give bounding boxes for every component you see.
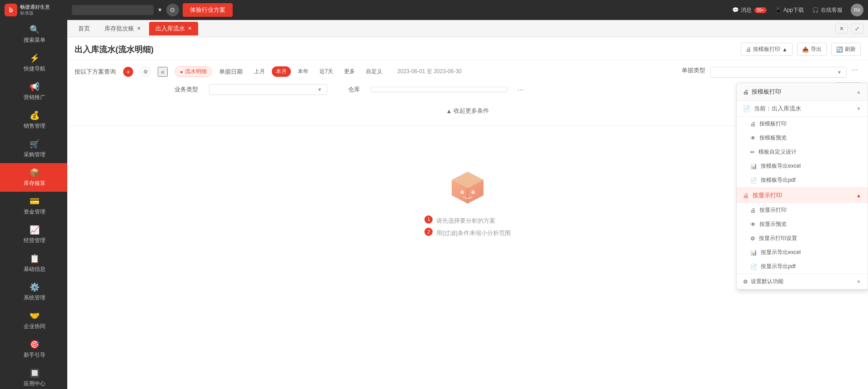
tab-home[interactable]: 首页	[72, 22, 96, 35]
quick-nav-icon: ⚡	[30, 53, 40, 63]
display-section-header[interactable]: 🖨 按显示打印 ▲	[737, 188, 868, 203]
biz-type-select[interactable]: ▼	[209, 84, 327, 95]
customer-service-btn[interactable]: 🎧 在线客服	[812, 6, 843, 14]
dropdown-item-display-preview[interactable]: 👁 按显示预览	[737, 217, 868, 231]
chevron-up-icon: ▲	[782, 46, 788, 53]
export-icon: 📤	[802, 46, 809, 53]
app-badge: 标准版	[20, 10, 50, 16]
dropdown-item-template-print[interactable]: 🖨 按模板打印	[737, 117, 868, 131]
system-icon: ⚙️	[30, 282, 40, 292]
dropdown-item-template-custom[interactable]: ✏ 模板自定义设计	[737, 145, 868, 159]
logo-area: b 畅捷通好生意 标准版	[5, 4, 68, 16]
print-dropdown-panel: 🖨 按模板打印 ▲ 📄 当前：出入库流水 ▼ 🖨 按模板	[736, 83, 868, 289]
page-title: 出入库流水(流水明细)	[75, 44, 154, 55]
page-content: 出入库流水(流水明细) 🖨 按模板打印 ▲ 📤 导出 🔄 刷新	[67, 37, 868, 389]
message-btn[interactable]: 💬 消息 99+	[732, 6, 767, 14]
app-download-btn[interactable]: 📱 App下载	[775, 6, 804, 14]
doc-type-dropdown-icon: ▼	[837, 70, 842, 75]
dropdown-item-display-pdf[interactable]: 📄 按显示导出pdf	[737, 259, 868, 274]
warehouse-select[interactable]	[371, 87, 507, 92]
refresh-btn[interactable]: 🔄 刷新	[831, 43, 861, 56]
empty-hints: 1 请先选择要分析的方案 2 用[过滤]条件来缩小分析范围	[424, 215, 510, 240]
date-group: 上月 本月 本年 近7天 更多 自定义	[250, 66, 387, 77]
biz-type-label: 业务类型	[175, 85, 198, 94]
doc-type-select[interactable]: ▼	[710, 67, 847, 78]
header-settings-icon[interactable]: ⚙	[166, 4, 179, 16]
custom-design-icon: ✏	[750, 149, 755, 155]
biz-type-dropdown-icon: ▼	[317, 87, 322, 92]
dropdown-item-display-print[interactable]: 🖨 按显示打印	[737, 203, 868, 217]
warehouse-more-btn[interactable]: ···	[514, 85, 527, 94]
trial-btn[interactable]: 体验行业方案	[183, 3, 233, 17]
sidebar-item-enterprise[interactable]: 🤝 企业协同	[0, 306, 67, 335]
dropdown-item-display-print-settings[interactable]: ⚙ 按显示打印设置	[737, 231, 868, 245]
dropdown-chevron-up[interactable]: ▲	[856, 89, 861, 95]
sidebar-item-inventory[interactable]: 📦 库存核算	[0, 163, 67, 192]
dropdown-item-display-excel[interactable]: 📊 按显示导出excel	[737, 245, 868, 259]
tab-bar-right: ✕ ⤢	[835, 24, 863, 34]
sidebar-item-operations[interactable]: 📈 经营管理	[0, 220, 67, 249]
sidebar-item-system[interactable]: ⚙️ 系统管理	[0, 278, 67, 306]
sidebar-item-purchase[interactable]: 🛒 采购管理	[0, 135, 67, 163]
header-search-input[interactable]	[72, 5, 154, 15]
page-header: 出入库流水(流水明细) 🖨 按模板打印 ▲ 📤 导出 🔄 刷新	[67, 37, 868, 60]
date-tab-7days[interactable]: 近7天	[315, 66, 338, 77]
app-logo: b	[5, 4, 17, 16]
sidebar-item-finance[interactable]: 💳 资金管理	[0, 192, 67, 220]
date-tab-this-month[interactable]: 本月	[272, 66, 291, 77]
date-tab-custom[interactable]: 自定义	[362, 66, 386, 77]
inventory-icon: 📦	[30, 168, 40, 178]
filter-add-btn[interactable]: +	[123, 67, 133, 77]
tab-bar: 首页 库存批次账 ✕ 出入库流水 ✕ ✕ ⤢	[67, 20, 868, 37]
header-search-dropdown[interactable]: ▼	[157, 7, 163, 13]
refresh-icon: 🔄	[836, 46, 843, 53]
template-icon: 📄	[743, 105, 750, 112]
preview-icon: 👁	[750, 135, 756, 141]
sidebar-item-guide[interactable]: 🎯 新手引导	[0, 335, 67, 364]
user-avatar[interactable]: Rit	[851, 4, 863, 16]
sales-icon: 💰	[30, 110, 40, 120]
tab-close-batch[interactable]: ✕	[137, 25, 141, 31]
dropdown-item-template-preview[interactable]: 👁 按模板预览	[737, 131, 868, 145]
tab-maximize-btn[interactable]: ⤢	[851, 24, 863, 34]
sidebar-item-sales[interactable]: 💰 销售管理	[0, 106, 67, 135]
filter-settings-btn[interactable]: ⚙	[140, 67, 150, 77]
phone-icon: 📱	[775, 7, 782, 13]
doc-type-more-btn[interactable]: ···	[848, 65, 861, 74]
top-header: b 畅捷通好生意 标准版 ▼ ⚙ 体验行业方案 💬 消息 99+ 📱 App下载…	[0, 0, 868, 20]
dropdown-footer[interactable]: ⚙ 设置默认功能 ▼	[737, 274, 868, 289]
printer-icon: 🖨	[746, 46, 751, 53]
sidebar-item-basic-info[interactable]: 📋 基础信息	[0, 249, 67, 278]
date-tab-more[interactable]: 更多	[340, 66, 359, 77]
step-num-1: 1	[424, 215, 433, 224]
sidebar-item-quick-nav[interactable]: ⚡ 快捷导航	[0, 49, 67, 77]
content-area: 首页 库存批次账 ✕ 出入库流水 ✕ ✕ ⤢ 出入库流水(流水明细)	[67, 20, 868, 389]
tab-close-btn[interactable]: ✕	[835, 24, 848, 34]
print-icon: 🖨	[750, 121, 756, 127]
filter-tag[interactable]: ● 流水明细	[175, 66, 212, 77]
tab-flow[interactable]: 出入库流水 ✕	[149, 22, 198, 35]
current-chevron: ▼	[856, 106, 861, 111]
current-template-header[interactable]: 📄 当前：出入库流水 ▼	[737, 101, 868, 116]
finance-icon: 💳	[30, 196, 40, 206]
date-tab-this-year[interactable]: 本年	[294, 66, 313, 77]
export-btn[interactable]: 📤 导出	[797, 43, 827, 56]
print-template-btn[interactable]: 🖨 按模板打印 ▲	[741, 43, 793, 56]
dropdown-item-template-pdf[interactable]: 📄 按模板导出pdf	[737, 173, 868, 187]
collapse-more-btn[interactable]: ▲ 收起更多条件	[441, 105, 495, 117]
sidebar-item-app-center[interactable]: 🔲 应用中心	[0, 364, 67, 389]
filter-collapse-left-btn[interactable]: «	[158, 67, 168, 77]
dropdown-item-template-excel[interactable]: 📊 按模板导出excel	[737, 159, 868, 173]
display-pdf-icon: 📄	[750, 264, 757, 270]
sidebar-item-search-menu[interactable]: 🔍 搜索菜单	[0, 20, 67, 49]
header-right: 💬 消息 99+ 📱 App下载 🎧 在线客服 Rit	[732, 4, 863, 16]
purchase-icon: 🛒	[30, 139, 40, 149]
collapse-up-icon: ▲	[446, 108, 452, 115]
dropdown-header: 🖨 按模板打印 ▲	[737, 83, 868, 101]
date-label: 单据日期	[219, 68, 243, 76]
tab-batch-account[interactable]: 库存批次账 ✕	[98, 22, 147, 35]
sidebar-item-marketing[interactable]: 📢 营销推广	[0, 77, 67, 106]
svg-point-4	[471, 190, 475, 194]
tab-close-flow[interactable]: ✕	[188, 25, 192, 31]
date-tab-last-month[interactable]: 上月	[250, 66, 269, 77]
